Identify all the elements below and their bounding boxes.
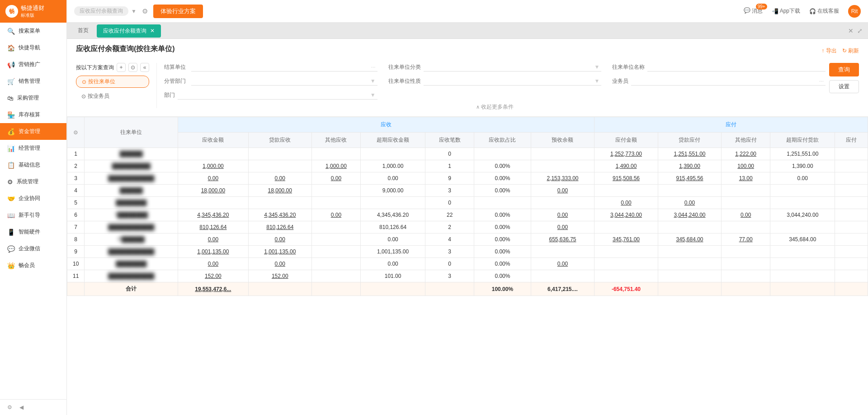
sidebar-item-inventory[interactable]: 🏪 库存核算 [0, 106, 66, 123]
table-row: 3 ████████████ 0.00 0.00 0.00 0.00 9 0.0… [67, 172, 868, 185]
dept-manage-select[interactable]: ▼ [191, 77, 377, 86]
sidebar-item-label: 智能硬件 [19, 228, 40, 236]
operation-icon: 📊 [7, 145, 15, 152]
app-download[interactable]: 📲 App下载 [772, 7, 800, 15]
row-ar-advance [531, 148, 594, 160]
tab-home[interactable]: 首页 [71, 24, 96, 37]
collapse-more-btn[interactable]: ∧ 收起更多条件 [164, 103, 826, 111]
th-settings[interactable]: ⚙ [67, 117, 85, 148]
finance-icon: 💰 [7, 128, 15, 135]
sidebar-item-collab[interactable]: 🤝 企业协同 [0, 190, 66, 207]
tab-actions: ✕ ⤢ [848, 27, 864, 34]
sidebar-item-shortcut[interactable]: 🏠 快捷导航 [0, 39, 66, 56]
topbar-dropdown-icon[interactable]: ▼ [131, 8, 137, 14]
topbar-settings-icon[interactable]: ⚙ [142, 7, 148, 15]
partner-name-input[interactable] [647, 63, 826, 72]
sidebar-item-member[interactable]: 👑 畅会员 [0, 257, 66, 274]
sidebar-item-marketing[interactable]: 📢 营销推广 [0, 56, 66, 73]
th-ap-amount: 应付金额 [594, 133, 658, 148]
sidebar-item-finance[interactable]: 💰 资金管理 [0, 123, 66, 140]
topbar-breadcrumb: 应收应付余额查询 [74, 6, 128, 16]
row-ar-amount [178, 148, 248, 160]
filter-collapse-btn[interactable]: « [140, 63, 149, 72]
sidebar-item-guide[interactable]: 📖 新手引导 [0, 207, 66, 224]
sidebar-item-search[interactable]: 🔍 搜索菜单 [0, 23, 66, 39]
sidebar-item-purchase[interactable]: 🛍 采购管理 [0, 90, 66, 106]
filter-dept: 部门 ▼ [164, 91, 377, 100]
topbar: 应收应付余额查询 ▼ ⚙ 体验行业方案 💬 消息 99+ 📲 App下载 🎧 在… [67, 0, 868, 23]
table-footer: 合计 19,553,472,6... 100.00% 6,417,215....… [67, 282, 868, 296]
filter-by-label: 按以下方案查询 [76, 64, 114, 72]
sidebar-item-system[interactable]: ⚙ 系统管理 [0, 173, 66, 190]
close-window-icon[interactable]: ✕ [848, 27, 854, 34]
option-partner-label: 按往来单位 [88, 78, 115, 86]
sidebar-collapse-icon[interactable]: ◀ [19, 404, 24, 410]
filter-staff: 业务员 ··· [612, 77, 826, 86]
query-button[interactable]: 查询 [829, 63, 859, 76]
row-ap-amount[interactable]: 1,252,773.00 [594, 148, 658, 160]
tab-ar-ap[interactable]: 应收应付余额查询 ✕ [97, 24, 161, 38]
filter-partner-nature: 往来单位性质 ▼ [388, 77, 602, 86]
filter-dept-manage: 分管部门 ▼ [164, 77, 377, 86]
filter-partner-name: 往来单位名称 [612, 63, 826, 72]
partner-nature-select[interactable]: ▼ [424, 77, 602, 86]
hardware-icon: 📱 [7, 229, 15, 236]
sidebar-item-operation[interactable]: 📊 经营管理 [0, 140, 66, 157]
th-receivable-group: 应收 [178, 117, 594, 133]
filter-settings-btn[interactable]: ⊙ [128, 63, 137, 72]
sidebar-settings-icon[interactable]: ⚙ [7, 404, 12, 410]
msg-badge: 99+ [756, 4, 767, 10]
filter-area: 按以下方案查询 + ⊙ « ⊙ 按往来单位 ⊙ 按业务员 [67, 57, 868, 117]
online-service[interactable]: 🎧 在线客服 [809, 7, 839, 15]
data-table: ⚙ 往来单位 应收 应付 应收金额 贷款应收 其他应收 超期应收金额 应收笔数 … [67, 117, 868, 296]
search-panel: 应收应付余额查询(按往来单位) ↑ 导出 ↻ 刷新 [67, 39, 868, 117]
th-ar-other: 其他应收 [312, 133, 361, 148]
refresh-button[interactable]: ↻ 刷新 [842, 47, 859, 55]
sidebar-item-sales[interactable]: 🛒 销售管理 [0, 73, 66, 90]
logo-badge: 标准版 [21, 12, 44, 19]
th-ar-amount: 应收金额 [178, 133, 248, 148]
table-settings-icon[interactable]: ⚙ [73, 129, 78, 136]
row-ap-col [835, 148, 868, 160]
option-partner-icon: ⊙ [82, 79, 86, 85]
partner-nature-label: 往来单位性质 [388, 77, 421, 85]
dept-select[interactable]: ▼ [178, 91, 377, 100]
row-ar-overdue [360, 148, 425, 160]
tab-home-label: 首页 [78, 27, 89, 33]
expand-icon[interactable]: ⤢ [857, 27, 863, 34]
row-ap-loan[interactable]: 1,251,551.00 [658, 148, 722, 160]
sidebar-item-basic[interactable]: 📋 基础信息 [0, 157, 66, 173]
filter-partner-category: 往来单位分类 ▼ [388, 63, 602, 72]
filter-add-btn[interactable]: + [117, 63, 126, 72]
sidebar-item-hardware[interactable]: 📱 智能硬件 [0, 224, 66, 240]
th-ar-loan: 贷款应收 [248, 133, 312, 148]
table-row: 11 ████████████ 152.00 152.00 101.00 3 0… [67, 270, 868, 282]
staff-input[interactable] [633, 78, 819, 84]
partner-cat-select[interactable]: ▼ [424, 63, 602, 72]
th-partner: 往来单位 [85, 117, 178, 148]
sales-icon: 🛒 [7, 78, 15, 85]
sidebar-item-label: 采购管理 [17, 94, 39, 102]
sidebar-item-label: 经营管理 [19, 144, 40, 152]
trial-btn[interactable]: 体验行业方案 [153, 5, 203, 18]
sidebar-item-wechat[interactable]: 💬 企业微信 [0, 240, 66, 257]
staff-label: 业务员 [612, 77, 628, 85]
inventory-icon: 🏪 [7, 111, 15, 119]
row-ap-other[interactable]: 1,222.00 [722, 148, 770, 160]
service-label: 在线客服 [817, 7, 839, 15]
tab-close-icon[interactable]: ✕ [150, 28, 155, 34]
wechat-icon: 💬 [7, 245, 15, 253]
message-area[interactable]: 💬 消息 99+ [744, 7, 763, 15]
table-row: 8 P██████ 0.00 0.00 0.00 4 0.00% 655,636… [67, 234, 868, 246]
table-row: 4 ██████ 18,000.00 18,000.00 9,000.00 3 … [67, 185, 868, 197]
export-button[interactable]: ↑ 导出 [821, 47, 836, 55]
filter-option-staff[interactable]: ⊙ 按业务员 [76, 91, 149, 102]
user-avatar[interactable]: Rit [848, 5, 861, 18]
th-ap-loan: 贷款应付 [658, 133, 722, 148]
service-icon: 🎧 [809, 8, 816, 14]
sidebar-item-label: 快捷导航 [19, 44, 40, 52]
topbar-right: 💬 消息 99+ 📲 App下载 🎧 在线客服 Rit [744, 5, 861, 18]
settings-button[interactable]: 设置 [829, 80, 859, 93]
settle-unit-input[interactable] [193, 64, 371, 70]
filter-option-partner[interactable]: ⊙ 按往来单位 [76, 76, 149, 88]
